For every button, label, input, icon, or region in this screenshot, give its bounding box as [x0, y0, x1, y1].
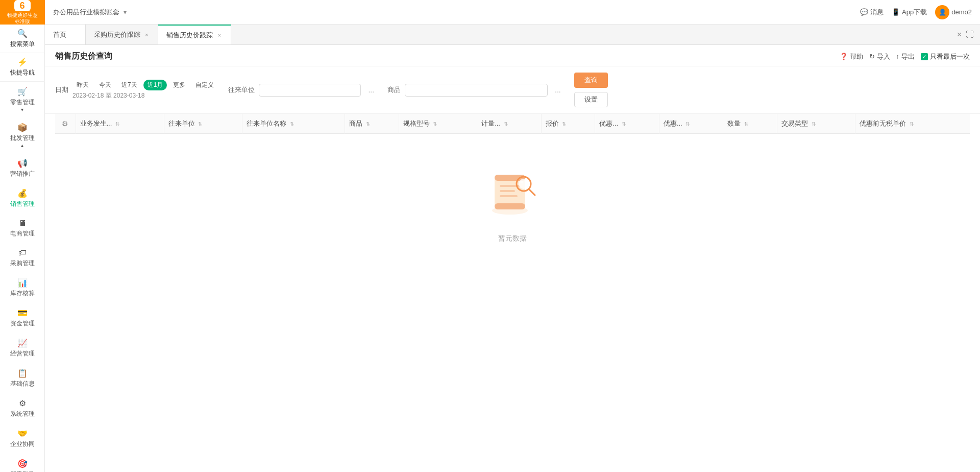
message-action[interactable]: 💬 消息	[860, 8, 884, 17]
pill-more[interactable]: 更多	[169, 80, 189, 90]
pill-last1m[interactable]: 近1月	[143, 80, 167, 90]
app-version: 标准版	[15, 18, 30, 25]
svg-line-9	[529, 189, 535, 195]
sidebar-item-retail[interactable]: 🛒 零售管理 ▾	[0, 82, 45, 117]
sidebar-item-quick-nav[interactable]: ⚡ 快捷导航	[0, 53, 45, 82]
date-pills: 昨天 今天 近7天 近1月 更多 自定义	[72, 80, 218, 90]
counterpart-dots[interactable]: ...	[365, 85, 377, 95]
import-action[interactable]: ↻ 导入	[869, 52, 890, 61]
quick-nav-icon: ⚡	[17, 57, 28, 67]
tab-home[interactable]: 首页	[45, 25, 86, 44]
th-settings[interactable]: ⚙	[55, 114, 76, 134]
th-quantity[interactable]: 数量 ⇅	[723, 114, 777, 134]
counterpart-input[interactable]	[259, 84, 361, 97]
basic-icon: 📋	[17, 368, 28, 378]
sidebar-item-system[interactable]: ⚙ 系统管理	[0, 393, 45, 423]
export-icon: ↑	[896, 53, 900, 60]
empty-text: 暂元数据	[498, 234, 527, 243]
inventory-icon: 📊	[17, 278, 28, 288]
app-logo[interactable]: 6 畅捷通好生意 标准版	[0, 0, 45, 25]
chevron-down-icon: ▾	[21, 107, 23, 112]
pill-custom[interactable]: 自定义	[191, 80, 218, 90]
export-action[interactable]: ↑ 导出	[896, 52, 915, 61]
svg-rect-5	[500, 190, 515, 192]
pill-last7[interactable]: 近7天	[117, 80, 141, 90]
guide-icon: 🎯	[17, 459, 28, 468]
sidebar-item-sales[interactable]: 💰 销售管理	[0, 183, 45, 214]
app-download-action[interactable]: 📱 App下载	[892, 8, 927, 17]
svg-point-8	[519, 179, 529, 189]
sort-icon-trade-type: ⇅	[812, 121, 816, 127]
wholesale-icon: 📦	[17, 123, 28, 132]
query-button[interactable]: 查询	[574, 73, 608, 88]
download-icon: 📱	[892, 8, 900, 16]
message-icon: 💬	[860, 8, 868, 16]
ecommerce-icon: 🖥	[18, 219, 27, 228]
goods-filter-group: 商品 ...	[387, 84, 564, 97]
sidebar-item-finance[interactable]: 💳 资金管理	[0, 303, 45, 333]
th-discount2[interactable]: 优惠... ⇅	[659, 114, 723, 134]
only-last-checkbox[interactable]: ✓	[921, 53, 928, 60]
tabbar: 首页 采购历史价跟踪 × 销售历史价跟踪 × × ⛶	[45, 25, 980, 45]
sidebar-item-enterprise[interactable]: 🤝 企业协同	[0, 423, 45, 454]
fullscreen-btn[interactable]: ⛶	[966, 30, 974, 39]
sort-icon-spec: ⇅	[433, 121, 437, 127]
tab-sales-history-close[interactable]: ×	[216, 32, 222, 39]
topbar: 办公用品行业模拟账套 ▾ 💬 消息 📱 App下载 👤 demo2	[45, 0, 980, 25]
th-discount1[interactable]: 优惠... ⇅	[595, 114, 659, 134]
sidebar-item-inventory[interactable]: 📊 库存核算	[0, 273, 45, 303]
tab-sales-history[interactable]: 销售历史价跟踪 ×	[158, 25, 231, 44]
sidebar-item-basic[interactable]: 📋 基础信息	[0, 363, 45, 393]
th-price[interactable]: 报价 ⇅	[541, 114, 595, 134]
goods-input[interactable]	[405, 84, 548, 97]
user-profile[interactable]: 👤 demo2	[935, 5, 972, 19]
th-counterpart-name[interactable]: 往来单位名称 ⇅	[242, 114, 345, 134]
enterprise-icon: 🤝	[17, 429, 28, 438]
page-header-actions: ❓ 帮助 ↻ 导入 ↑ 导出 ✓ 只看最后一次	[840, 52, 970, 61]
table-container: ⚙ 业务发生... ⇅ 往来单位 ⇅ 往来单位名称 ⇅	[45, 114, 980, 472]
counterpart-filter-group: 往来单位 ...	[228, 84, 377, 97]
th-no-tax-price[interactable]: 优惠前无税单价 ⇅	[855, 114, 970, 134]
sidebar-item-guide[interactable]: 🎯 新手引导	[0, 454, 45, 472]
tab-sales-history-label: 销售历史价跟踪	[166, 31, 213, 40]
sort-icon-discount1: ⇅	[622, 121, 626, 127]
sales-icon: 💰	[17, 188, 28, 198]
sort-icon-counterpart-code: ⇅	[198, 121, 202, 127]
th-business-date[interactable]: 业务发生... ⇅	[76, 114, 164, 134]
workspace-title: 办公用品行业模拟账套	[53, 8, 119, 17]
system-icon: ⚙	[19, 398, 26, 408]
sort-icon-unit: ⇅	[504, 121, 508, 127]
th-counterpart-code[interactable]: 往来单位 ⇅	[164, 114, 242, 134]
setting-button[interactable]: 设置	[574, 92, 608, 107]
goods-dots[interactable]: ...	[552, 85, 564, 95]
table-settings-icon[interactable]: ⚙	[62, 120, 68, 128]
close-tab-btn[interactable]: ×	[957, 30, 962, 39]
tab-purchase-history[interactable]: 采购历史价跟踪 ×	[86, 25, 158, 44]
th-trade-type[interactable]: 交易类型 ⇅	[777, 114, 855, 134]
pill-today[interactable]: 今天	[95, 80, 115, 90]
sidebar-item-marketing[interactable]: 📢 营销推广	[0, 153, 45, 183]
empty-svg	[482, 164, 543, 221]
sidebar-item-purchase[interactable]: 🏷 采购管理	[0, 243, 45, 273]
sort-icon-business-date: ⇅	[115, 121, 119, 127]
th-unit[interactable]: 计量... ⇅	[477, 114, 542, 134]
pill-yesterday[interactable]: 昨天	[72, 80, 93, 90]
sidebar-item-ecommerce[interactable]: 🖥 电商管理	[0, 214, 45, 243]
help-action[interactable]: ❓ 帮助	[840, 52, 863, 61]
sidebar-item-wholesale[interactable]: 📦 批发管理 ▴	[0, 117, 45, 153]
tab-purchase-history-close[interactable]: ×	[143, 31, 150, 38]
topbar-right: 💬 消息 📱 App下载 👤 demo2	[860, 5, 972, 19]
data-table: ⚙ 业务发生... ⇅ 往来单位 ⇅ 往来单位名称 ⇅	[55, 114, 970, 134]
only-last-container[interactable]: ✓ 只看最后一次	[921, 52, 970, 61]
chevron-up-icon: ▴	[21, 143, 23, 148]
sidebar-item-search[interactable]: 🔍 搜索菜单	[0, 25, 45, 53]
svg-rect-6	[500, 195, 518, 197]
sort-icon-counterpart-name: ⇅	[290, 121, 294, 127]
svg-rect-3	[495, 203, 525, 209]
sidebar-item-operations[interactable]: 📈 经营管理	[0, 333, 45, 363]
workspace-dropdown[interactable]: ▾	[124, 9, 127, 16]
page-header: 销售历史价查询 ❓ 帮助 ↻ 导入 ↑ 导出 ✓ 只	[45, 45, 980, 66]
th-goods[interactable]: 商品 ⇅	[345, 114, 399, 134]
th-spec[interactable]: 规格型号 ⇅	[399, 114, 477, 134]
tabbar-right: × ⛶	[951, 25, 980, 44]
